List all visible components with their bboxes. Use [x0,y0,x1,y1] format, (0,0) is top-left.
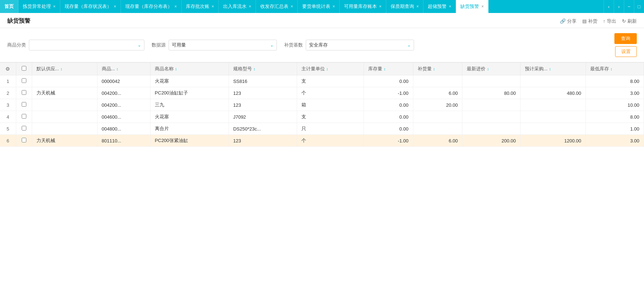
min-stock-column-header[interactable]: 最低库存↕ [586,63,644,75]
tab-close-exception[interactable]: × [53,4,56,9]
datasource-chevron-icon: ⌄ [270,43,274,48]
replenish-btn[interactable]: ▤ 补货 [582,18,597,25]
row-checkbox-cell-2 [16,99,32,111]
row-checkbox-5[interactable] [22,138,26,142]
row-supplier-0 [32,75,97,87]
replenish-basis-label: 补货基数 [284,42,303,48]
replenish-basis-chevron-icon: ⌄ [407,43,411,48]
row-est-purchase-2 [521,99,586,111]
row-spec-5: 123 [229,135,297,147]
top-navigation: 首页拣货异常处理×现存量（库存状况表）×现存量（库存分布表）×库存批次账×出入库… [0,0,644,13]
row-checkbox-3[interactable] [22,114,26,119]
row-supplier-1: 力天机械 [32,87,97,99]
row-latest-price-3 [462,111,521,123]
tab-close-batch-account[interactable]: × [212,4,214,9]
tab-close-inventory-status[interactable]: × [114,4,116,9]
row-stock-0: 0.00 [364,75,413,87]
row-product-name-5: PC200张紧油缸 [150,135,229,147]
filter-right-buttons: 查询 设置 [614,33,637,57]
row-supplier-3 [32,111,97,123]
tab-receipt-summary[interactable]: 收发存汇总表× [256,0,298,13]
nav-scroll-left[interactable]: ‹ [604,0,614,13]
row-stock-5: -1.00 [364,135,413,147]
tab-label: 保质期查询 [391,3,414,10]
row-latest-price-5: 200.00 [462,135,521,147]
row-checkbox-4[interactable] [22,126,26,131]
window-restore-btn[interactable]: □ [634,0,644,13]
table-row: 2 力天机械 004200... PC200油缸缸子 123 个 -1.00 6… [0,87,644,99]
row-checkbox-cell-1 [16,87,32,99]
spec-column-header[interactable]: 规格型号↕ [229,63,297,75]
tab-close-avail-ledger[interactable]: × [379,4,382,9]
supplier-column-header[interactable]: 默认供应...↕ [32,63,97,75]
min-stock-sort-icon: ↕ [610,67,613,71]
query-button[interactable]: 查询 [614,33,637,44]
supplier-sort-icon: ↕ [60,67,62,71]
window-minimize-btn[interactable]: − [624,0,634,13]
select-all-checkbox[interactable] [22,66,26,71]
datasource-label: 数据源 [152,42,166,48]
row-est-purchase-4 [521,123,586,135]
tab-close-order-stats[interactable]: × [332,4,335,9]
row-index-4: 5 [0,123,16,135]
row-replenish-5: 6.00 [413,135,462,147]
row-min-stock-5: 3.00 [586,135,644,147]
tab-inventory-dist[interactable]: 现存量（库存分布表）× [121,0,182,13]
row-index-3: 4 [0,111,16,123]
stock-column-header[interactable]: 库存量↕ [364,63,413,75]
tab-label: 现存量（库存分布表） [125,3,172,10]
page-header: 缺货预警 🔗 分享 ▤ 补货 ↑ 导出 ↻ 刷新 [0,13,644,28]
tab-close-inventory-dist[interactable]: × [174,4,177,9]
tab-close-overstock[interactable]: × [449,4,451,9]
row-index-0: 1 [0,75,16,87]
row-replenish-3 [413,111,462,123]
settings-button[interactable]: 设置 [615,46,637,57]
tab-batch-account[interactable]: 库存批次账× [182,0,219,13]
replenish-column-header[interactable]: 补货量↕ [413,63,462,75]
replenish-sort-icon: ↕ [433,67,435,71]
tab-close-inout-flow[interactable]: × [249,4,251,9]
category-select[interactable]: ⌄ [29,40,144,50]
gear-column-header[interactable]: ⚙ [0,63,16,75]
row-stock-4: 0.00 [364,123,413,135]
row-stock-2: 0.00 [364,99,413,111]
product-code-column-header[interactable]: 商品...↕ [97,63,150,75]
row-checkbox-1[interactable] [22,90,26,95]
tab-close-expiry[interactable]: × [416,4,419,9]
datasource-select[interactable]: 可用量 ⌄ [169,40,277,50]
row-product-code-4: 004800... [97,123,150,135]
tab-shortage[interactable]: 缺货预警× [456,0,488,13]
row-checkbox-0[interactable] [22,78,26,83]
replenish-basis-select[interactable]: 安全库存 ⌄ [306,40,414,50]
tab-inout-flow[interactable]: 出入库流水× [219,0,256,13]
gear-icon[interactable]: ⚙ [5,66,10,72]
tab-close-receipt-summary[interactable]: × [291,4,293,9]
row-latest-price-4 [462,123,521,135]
tab-overstock[interactable]: 超储预警× [423,0,456,13]
table-row: 4 004600... 火花塞 J7092 支 0.00 8.00 [0,111,644,123]
row-checkbox-2[interactable] [22,102,26,107]
product-name-sort-icon: ↕ [175,67,177,71]
latest-price-column-header[interactable]: 最新进价↕ [462,63,521,75]
row-latest-price-2 [462,99,521,111]
refresh-btn[interactable]: ↻ 刷新 [622,18,637,25]
export-btn[interactable]: ↑ 导出 [603,18,617,25]
nav-scroll-right[interactable]: › [614,0,624,13]
tab-avail-ledger[interactable]: 可用量库存账本× [340,0,386,13]
row-index-2: 3 [0,99,16,111]
est-purchase-column-header[interactable]: 预计采购...↕ [521,63,586,75]
product-name-column-header[interactable]: 商品名称↕ [150,63,229,75]
replenish-icon: ▤ [582,18,587,24]
tab-close-shortage[interactable]: × [481,4,484,9]
tab-order-stats[interactable]: 要货单统计表× [298,0,340,13]
tab-expiry[interactable]: 保质期查询× [386,0,423,13]
row-replenish-2: 20.00 [413,99,462,111]
row-product-code-5: 801110... [97,135,150,147]
row-checkbox-cell-3 [16,111,32,123]
share-btn[interactable]: 🔗 分享 [560,18,576,25]
tab-home[interactable]: 首页 [0,0,18,13]
row-supplier-5: 力天机械 [32,135,97,147]
tab-inventory-status[interactable]: 现存量（库存状况表）× [60,0,121,13]
unit-column-header[interactable]: 主计量单位↕ [297,63,364,75]
tab-exception[interactable]: 拣货异常处理× [18,0,60,13]
